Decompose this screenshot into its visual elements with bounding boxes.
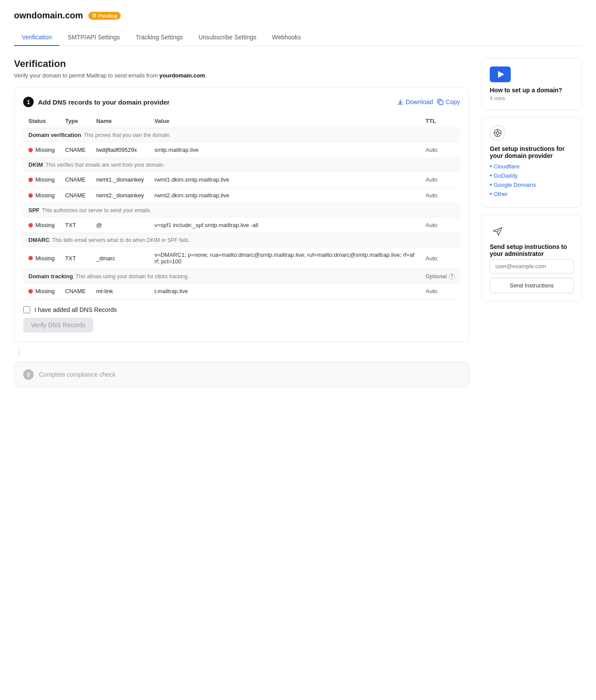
col-ttl: TTL (420, 114, 460, 128)
name-cell: lwdijftadf09529x (91, 142, 149, 158)
table-row: Missing CNAME rwmt2._domainkey rwmt2.dki… (23, 188, 460, 203)
step2-card: 2 Complete compliance check (14, 362, 469, 387)
col-type: Type (60, 114, 91, 128)
verify-dns-button[interactable]: Verify DNS Records (23, 318, 93, 332)
dns-records-card: 1 Add DNS records to your domain provide… (14, 88, 469, 342)
svg-line-7 (497, 230, 499, 232)
provider-icon (490, 125, 505, 141)
ttl-cell: Auto (420, 142, 460, 158)
svg-rect-0 (439, 101, 443, 105)
tab-unsubscribe[interactable]: Unsubscribe Settings (191, 29, 264, 46)
table-row: Missing TXT @ v=spf1 include:_spf.smtp.m… (23, 217, 460, 233)
col-status: Status (23, 114, 60, 128)
send-card-title: Send setup instructions to your administ… (490, 243, 574, 257)
status-dot-missing (28, 148, 33, 152)
copy-button[interactable]: Copy (437, 98, 460, 105)
tab-verification[interactable]: Verification (14, 29, 59, 46)
status-dot-missing (28, 289, 33, 294)
status-dot-missing (28, 256, 33, 260)
send-instructions-card: Send setup instructions to your administ… (481, 215, 582, 301)
table-row: Missing CNAME mt-link t.mailtrap.live Au… (23, 284, 460, 299)
pending-badge: Pending (88, 12, 121, 20)
dotted-connector (19, 349, 469, 357)
status-dot-missing (28, 223, 33, 228)
col-name: Name (91, 114, 149, 128)
provider-cloudflare[interactable]: Cloudflare (490, 163, 574, 170)
svg-point-2 (496, 132, 499, 134)
sidebar: How to set up a domain? 4 mins Get setup… (481, 58, 582, 387)
email-input[interactable] (490, 259, 574, 273)
video-card: How to set up a domain? 4 mins (481, 58, 582, 110)
provider-google-domains[interactable]: Google Domains (490, 181, 574, 188)
value-cell: smtp.mailtrap.live (149, 142, 420, 158)
section-spf: SPFThis authorizes our server to send yo… (23, 203, 460, 217)
table-row: Missing CNAME rwmt1._domainkey rwmt1.dki… (23, 172, 460, 188)
table-row: Missing CNAME lwdijftadf09529x smtp.mail… (23, 142, 460, 158)
provider-godaddy[interactable]: GoDaddy (490, 172, 574, 179)
video-duration: 4 mins (490, 95, 574, 102)
send-icon (491, 225, 504, 237)
section-dmarc: DMARCThis tells email servers what to do… (23, 233, 460, 247)
page-title: Verification (14, 58, 469, 70)
provider-card-title: Get setup instructions for your domain p… (490, 145, 574, 159)
send-icon-wrap (490, 223, 505, 239)
domain-title: owndomain.com (14, 10, 83, 21)
optional-badge: Optional ? (425, 273, 455, 280)
dns-confirm-row: I have added all DNS Records (23, 306, 460, 313)
type-cell: CNAME (60, 142, 91, 158)
provider-card: Get setup instructions for your domain p… (481, 117, 582, 208)
step2-title: Complete compliance check (39, 371, 115, 378)
page-subtitle: Verify your domain to permit Mailtrap to… (14, 72, 469, 79)
video-thumbnail[interactable] (490, 66, 511, 82)
play-icon (498, 71, 504, 78)
step1-badge: 1 (23, 97, 34, 107)
section-domain-tracking: Domain trackingThis allows using your do… (23, 270, 460, 284)
col-value: Value (149, 114, 420, 128)
send-instructions-button[interactable]: Send Instructions (490, 278, 574, 293)
copy-icon (437, 99, 443, 105)
tabs: Verification SMTP/API Settings Tracking … (14, 29, 582, 46)
provider-other[interactable]: Other (490, 190, 574, 197)
tab-smtp[interactable]: SMTP/API Settings (59, 29, 128, 46)
video-title: How to set up a domain? (490, 87, 574, 94)
dns-confirm-checkbox[interactable] (23, 306, 30, 313)
tab-tracking[interactable]: Tracking Settings (128, 29, 191, 46)
tab-webhooks[interactable]: Webhooks (264, 29, 309, 46)
provider-links: Cloudflare GoDaddy Google Domains Other (490, 163, 574, 197)
dns-table: Status Type Name Value TTL Domain verifi… (23, 114, 460, 299)
status-dot-missing (28, 193, 33, 198)
info-icon[interactable]: ? (449, 273, 455, 280)
section-dkim: DKIMThis verifies that emails are sent f… (23, 158, 460, 172)
status-dot-missing (28, 178, 33, 182)
section-domain-verification: Domain verificationThis proves that you … (23, 128, 460, 142)
download-button[interactable]: Download (397, 98, 433, 105)
dns-confirm-label[interactable]: I have added all DNS Records (35, 306, 117, 313)
step2-badge: 2 (23, 369, 34, 380)
table-row: Missing TXT _dmarc v=DMARC1; p=none; rua… (23, 247, 460, 270)
dns-card-title: Add DNS records to your domain provider (38, 98, 397, 106)
download-icon (397, 99, 404, 105)
